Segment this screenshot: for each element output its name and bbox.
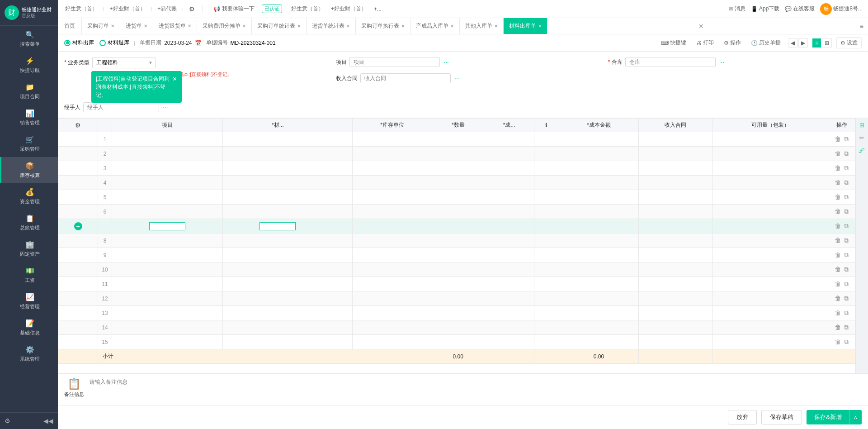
income-contract-dots-button[interactable]: ··· <box>454 75 460 82</box>
biz-type-select[interactable]: 工程领料 ▼ <box>92 57 156 68</box>
cell-cost-amount-2[interactable] <box>559 147 639 161</box>
tab-product-in[interactable]: 产成品入库单 ✕ <box>410 18 460 34</box>
cell-material-2[interactable] <box>222 147 333 161</box>
sidebar-item-sales[interactable]: 📊 销售管理 <box>0 105 58 131</box>
cell-material-3[interactable] <box>222 161 333 176</box>
tooltip-close[interactable]: ✕ <box>172 75 177 84</box>
delete-row-4[interactable]: 🗑 <box>835 179 841 186</box>
tab-inbound-stat[interactable]: 进货单统计表 ✕ <box>307 18 356 34</box>
sidebar-item-salary[interactable]: 💵 工资 <box>0 262 58 288</box>
cell-cost-amount-3[interactable] <box>559 161 639 176</box>
cell-cost-1[interactable] <box>484 132 534 147</box>
copy-row-3[interactable]: ⧉ <box>844 164 849 172</box>
save-draft-button[interactable]: 保存草稿 <box>761 410 802 424</box>
topnav-link-easy[interactable]: +易代账 <box>156 4 179 14</box>
tab-purchase-expense[interactable]: 采购费用分摊单 ✕ <box>197 18 252 34</box>
warehouse-input[interactable] <box>625 57 716 67</box>
cell-spec-7[interactable] <box>333 219 353 234</box>
cell-unit-8[interactable] <box>353 234 432 248</box>
th-settings[interactable]: ⚙ <box>58 119 98 132</box>
project-input[interactable] <box>349 57 440 67</box>
cell-income-contract-5[interactable] <box>638 190 712 205</box>
th-cost-hint[interactable]: ℹ <box>534 119 559 132</box>
delete-row-11[interactable]: 🗑 <box>835 280 841 287</box>
tab-material-out[interactable]: 材料出库单 ✕ <box>504 18 547 34</box>
tab-close-purchase-order[interactable]: ✕ <box>111 24 114 29</box>
cell-income-contract-7[interactable] <box>638 219 712 234</box>
sidebar-item-finance[interactable]: 💰 资金管理 <box>0 183 58 210</box>
cell-project-10[interactable] <box>112 262 222 277</box>
cell-quantity-1[interactable] <box>432 132 484 147</box>
cell-material-7-input[interactable] <box>259 222 296 230</box>
tab-bar-more[interactable]: ≡ <box>855 23 868 30</box>
cell-income-contract-6[interactable] <box>638 205 712 219</box>
cell-unit-3[interactable] <box>353 161 432 176</box>
delete-row-3[interactable]: 🗑 <box>835 164 841 172</box>
cell-quantity-9[interactable] <box>432 248 484 262</box>
cell-project-4[interactable] <box>112 176 222 190</box>
copy-row-12[interactable]: ⧉ <box>844 295 849 302</box>
cell-project-7-input[interactable] <box>149 222 185 230</box>
history-button[interactable]: 🕐 历史单据 <box>748 38 783 48</box>
cell-spec-1[interactable] <box>333 132 353 147</box>
cell-project-9[interactable] <box>112 248 222 262</box>
cell-spec-5[interactable] <box>333 190 353 205</box>
copy-row-7[interactable]: ⧉ <box>844 222 849 229</box>
cell-project-7[interactable] <box>112 219 222 234</box>
delete-row-7[interactable]: 🗑 <box>835 222 841 229</box>
cell-cost-4[interactable] <box>484 176 534 190</box>
cell-available-10[interactable] <box>712 262 828 277</box>
delete-row-5[interactable]: 🗑 <box>835 193 841 200</box>
panel-icon-grid[interactable]: ⊞ <box>857 120 867 130</box>
topnav-goodbiz2[interactable]: 好生意（首） <box>289 4 326 14</box>
tab-purchase-order[interactable]: 采购订单 ✕ <box>82 18 120 34</box>
prev-doc-button[interactable]: ◀ <box>788 38 797 48</box>
delete-row-15[interactable]: 🗑 <box>835 338 841 345</box>
biz-type-value[interactable]: 工程领料 <box>92 57 156 68</box>
notes-input[interactable] <box>89 377 862 392</box>
sidebar-item-system[interactable]: ⚙️ 系统管理 <box>0 341 58 367</box>
cell-spec-2[interactable] <box>333 147 353 161</box>
handler-dots-button[interactable]: ··· <box>163 104 168 111</box>
cell-quantity-10[interactable] <box>432 262 484 277</box>
copy-row-8[interactable]: ⧉ <box>844 237 849 244</box>
cell-cost-amount-8[interactable] <box>559 234 639 248</box>
cell-project-8[interactable] <box>112 234 222 248</box>
list-view-button[interactable]: ≡ <box>812 38 821 48</box>
copy-row-9[interactable]: ⧉ <box>844 251 849 258</box>
tab-home[interactable]: 首页 <box>58 18 82 34</box>
cell-quantity-4[interactable] <box>432 176 484 190</box>
cell-unit-6[interactable] <box>353 205 432 219</box>
cell-material-10[interactable] <box>222 262 333 277</box>
sidebar-item-quicknav[interactable]: ⚡ 快捷导航 <box>0 52 58 78</box>
cell-cost-6[interactable] <box>484 205 534 219</box>
cell-available-1[interactable] <box>712 132 828 147</box>
sidebar-item-assets[interactable]: 🏢 固定资产 <box>0 236 58 262</box>
next-doc-button[interactable]: ▶ <box>798 38 808 48</box>
delete-row-9[interactable]: 🗑 <box>835 251 841 258</box>
cell-unit-7[interactable] <box>353 219 432 234</box>
cell-quantity-7[interactable] <box>432 219 484 234</box>
cell-quantity-6[interactable] <box>432 205 484 219</box>
tab-inbound-return[interactable]: 进货退货单 ✕ <box>153 18 197 34</box>
topnav-notice[interactable]: 📢 我要体验一下 <box>213 5 255 13</box>
user-menu[interactable]: 畅 畅捷通8号... <box>820 3 863 15</box>
cell-material-4[interactable] <box>222 176 333 190</box>
cell-cost-2[interactable] <box>484 147 534 161</box>
cell-quantity-5[interactable] <box>432 190 484 205</box>
tab-close-material-out[interactable]: ✕ <box>538 24 542 29</box>
sidebar-item-inventory[interactable]: 📦 库存核算 <box>0 157 58 183</box>
tab-close-product-in[interactable]: ✕ <box>450 24 454 29</box>
panel-icon-edit[interactable]: ✏ <box>857 133 867 143</box>
cell-available-6[interactable] <box>712 205 828 219</box>
cell-spec-10[interactable] <box>333 262 353 277</box>
message-button[interactable]: ✉ 消息 <box>729 5 745 13</box>
sidebar-item-project[interactable]: 📁 项目合同 <box>0 78 58 105</box>
cell-material-9[interactable] <box>222 248 333 262</box>
save-new-arrow-button[interactable]: ∧ <box>849 410 862 424</box>
tab-close-purchase-expense[interactable]: ✕ <box>242 24 246 29</box>
cell-cost-amount-7[interactable] <box>559 219 639 234</box>
cell-unit-10[interactable] <box>353 262 432 277</box>
cell-income-contract-3[interactable] <box>638 161 712 176</box>
cell-project-3[interactable] <box>112 161 222 176</box>
